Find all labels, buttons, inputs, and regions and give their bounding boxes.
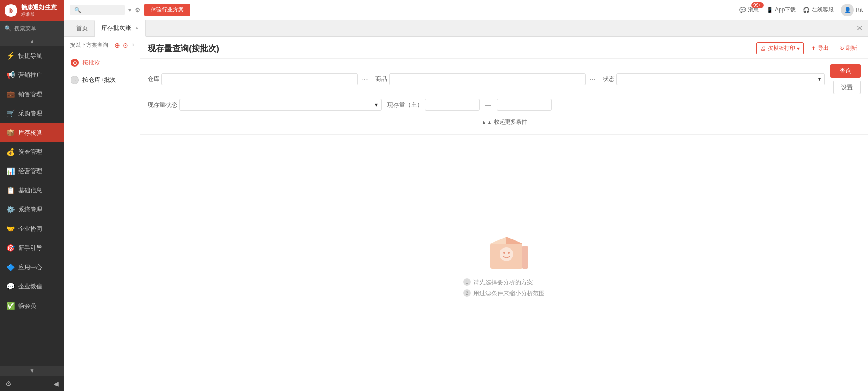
empty-illustration <box>481 225 527 271</box>
sidebar-item-label: 基础信息 <box>18 186 42 195</box>
goods-more-icon[interactable]: ··· <box>588 75 597 83</box>
sidebar-item-system[interactable]: ⚙️ 系统管理 <box>0 200 64 219</box>
settings-button[interactable]: 设置 <box>833 81 861 94</box>
online-service-button[interactable]: 🎧 在线客服 <box>803 6 834 14</box>
settings-icon[interactable]: ⚙ <box>5 380 11 387</box>
sidebar-item-finance[interactable]: 💰 资金管理 <box>0 142 64 162</box>
scheme-label: 按批次 <box>82 59 100 67</box>
chevron-up-icon: ▲▲ <box>481 119 492 125</box>
export-label: 导出 <box>818 44 829 52</box>
sidebar-scroll-down[interactable]: ▼ <box>0 366 64 376</box>
sidebar-scroll-up[interactable]: ▲ <box>0 36 64 46</box>
online-service-label: 在线客服 <box>812 6 834 14</box>
trial-button[interactable]: 体验行业方案 <box>144 4 190 16</box>
apps-icon: 🔷 <box>6 263 15 272</box>
quick-icon: ⚡ <box>6 52 15 60</box>
tab-inventory-label: 库存批次账 <box>101 24 131 32</box>
sidebar-item-inventory[interactable]: 📦 库存核算 <box>0 123 64 142</box>
tab-home-label: 首页 <box>76 24 88 33</box>
message-icon: 💬 <box>739 7 746 13</box>
topbar-dropdown[interactable]: ▾ <box>128 7 131 13</box>
operations-icon: 📊 <box>6 167 15 175</box>
qty-to-input[interactable] <box>497 99 552 111</box>
member-icon: ✅ <box>6 302 15 310</box>
refresh-button[interactable]: ↻ 刷新 <box>836 43 861 54</box>
svg-point-4 <box>500 247 513 261</box>
sidebar-item-guide[interactable]: 🎯 新手引导 <box>0 239 64 258</box>
tab-close-icon[interactable]: ✕ <box>135 25 139 31</box>
sidebar-item-sales[interactable]: 💼 销售管理 <box>0 85 64 104</box>
scheme-label: 按仓库+批次 <box>82 76 116 84</box>
basics-icon: 📋 <box>6 186 15 195</box>
svg-point-5 <box>503 252 505 254</box>
qty-from-input[interactable] <box>425 99 480 111</box>
print-dropdown-icon[interactable]: ▾ <box>797 45 800 52</box>
tab-panel-close[interactable]: ✕ <box>851 20 868 36</box>
tabs-bar: 首页 库存批次账 ✕ ✕ <box>64 20 868 37</box>
marketing-icon: 📢 <box>6 71 15 79</box>
sidebar-item-label: 应用中心 <box>18 263 42 272</box>
scheme-settings-icon[interactable]: ⊙ <box>123 42 128 49</box>
inventory-status-select[interactable]: ▾ <box>179 99 382 111</box>
sidebar-item-member[interactable]: ✅ 畅会员 <box>0 296 64 315</box>
sidebar-search-label: 搜索菜单 <box>14 25 36 33</box>
messages-button[interactable]: 💬 消息 99+ <box>739 6 759 14</box>
purchase-icon: 🛒 <box>6 109 15 118</box>
empty-svg <box>481 225 536 276</box>
sidebar-logo: b <box>5 4 17 17</box>
warehouse-input[interactable] <box>161 73 358 85</box>
goods-input[interactable] <box>389 73 586 85</box>
system-icon: ⚙️ <box>6 206 15 214</box>
tab-inventory-batch[interactable]: 库存批次账 ✕ <box>95 20 146 37</box>
user-avatar[interactable]: 👤 Rit <box>841 4 863 16</box>
scheme-item-batch[interactable]: ⊙ 按批次 <box>64 54 140 71</box>
topbar-search[interactable]: 🔍 <box>70 5 125 15</box>
message-badge: 99+ <box>751 2 764 8</box>
sidebar-item-label: 营销推广 <box>18 71 42 79</box>
warehouse-more-icon[interactable]: ··· <box>360 75 369 83</box>
sidebar-item-basics[interactable]: 📋 基础信息 <box>0 181 64 200</box>
sidebar-item-label: 系统管理 <box>18 206 42 214</box>
sidebar-item-wechat[interactable]: 💬 企业微信 <box>0 277 64 296</box>
tab-home[interactable]: 首页 <box>70 21 95 36</box>
wechat-icon: 💬 <box>6 282 15 291</box>
sidebar-item-quick[interactable]: ⚡ 快捷导航 <box>0 46 64 65</box>
sidebar-nav: ⚡ 快捷导航 📢 营销推广 💼 销售管理 🛒 采购管理 📦 库存核算 💰 资金管… <box>0 46 64 366</box>
add-scheme-icon[interactable]: ⊕ <box>115 42 120 49</box>
page-title-bar: 现存量查询(按批次) 🖨 按模板打印 ▾ ⬆ 导出 ↻ 刷新 <box>140 37 868 59</box>
sidebar-item-marketing[interactable]: 📢 营销推广 <box>0 65 64 85</box>
export-icon: ⬆ <box>811 45 816 52</box>
sidebar-item-operations[interactable]: 📊 经营管理 <box>0 162 64 181</box>
sidebar-item-label: 销售管理 <box>18 90 42 98</box>
sidebar-search[interactable]: 🔍 搜索菜单 <box>0 21 64 36</box>
sidebar-footer: ⚙ ◀ <box>0 376 64 391</box>
scheme-item-warehouse-batch[interactable]: ○ 按仓库+批次 <box>64 71 140 89</box>
app-download-button[interactable]: 📱 App下载 <box>766 6 796 14</box>
left-panel: 按以下方案查询 ⊕ ⊙ « ⊙ 按批次 ○ 按仓库+批次 <box>64 37 140 391</box>
sidebar-item-label: 畅会员 <box>18 302 36 310</box>
sidebar-item-apps[interactable]: 🔷 应用中心 <box>0 258 64 277</box>
search-icon: 🔍 <box>74 7 81 13</box>
left-panel-actions: ⊕ ⊙ « <box>115 42 134 49</box>
sidebar-item-collab[interactable]: 🤝 企业协同 <box>0 219 64 239</box>
empty-hint-1: 1 请先选择要分析的方案 <box>463 278 545 287</box>
warehouse-filter: 仓库 ··· <box>148 73 370 85</box>
status-select[interactable]: ▾ <box>616 73 825 85</box>
inventory-icon: 📦 <box>6 129 15 137</box>
sidebar-item-label: 经营管理 <box>18 167 42 175</box>
goods-filter: 商品 ··· <box>375 73 598 85</box>
query-button[interactable]: 查询 <box>830 64 861 78</box>
status-filter: 状态 ▾ <box>603 73 825 85</box>
phone-icon: 📱 <box>766 7 773 13</box>
export-button[interactable]: ⬆ 导出 <box>808 43 832 54</box>
sidebar-header: b 畅康通好生意 标准版 <box>0 0 64 21</box>
collapse-more-button[interactable]: ▲▲ 收起更多条件 <box>148 115 861 129</box>
sidebar-item-label: 采购管理 <box>18 109 42 118</box>
collapse-icon[interactable]: ◀ <box>54 380 59 387</box>
collapse-panel-icon[interactable]: « <box>131 42 134 49</box>
print-button[interactable]: 🖨 按模板打印 ▾ <box>756 42 804 54</box>
sidebar-item-purchase[interactable]: 🛒 采购管理 <box>0 104 64 123</box>
topbar-gear-icon[interactable]: ⚙ <box>135 6 141 14</box>
status-label: 状态 <box>603 75 615 83</box>
chevron-down-icon: ▾ <box>375 102 378 108</box>
